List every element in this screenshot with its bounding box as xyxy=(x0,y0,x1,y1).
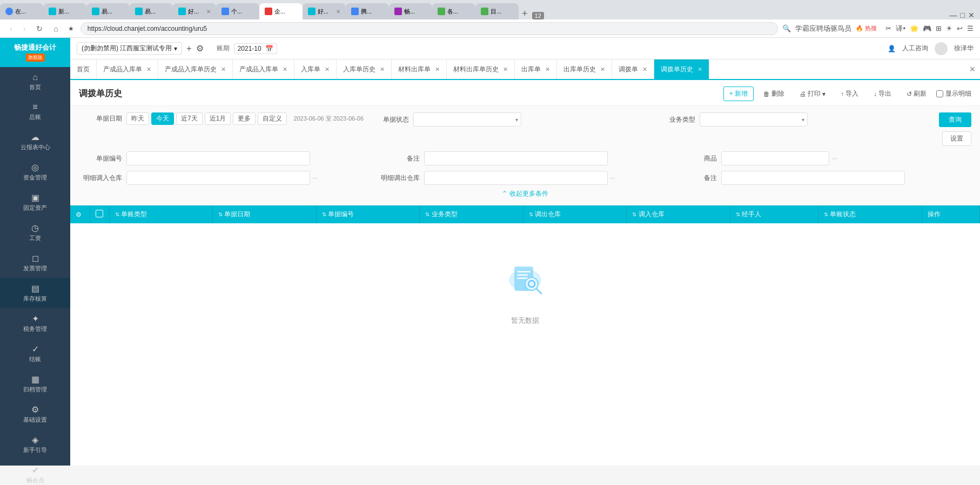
detail-out-more-icon[interactable]: ··· xyxy=(610,174,615,182)
browser-tab-3[interactable]: 易... xyxy=(86,3,130,19)
close-window-icon[interactable]: ✕ xyxy=(968,11,975,19)
page-tab-mat-out[interactable]: 材料出库单✕ xyxy=(392,59,447,79)
browser-tab-1[interactable]: 在... xyxy=(0,3,43,19)
status-select[interactable] xyxy=(413,112,521,127)
browser-tab-10[interactable]: 畅... xyxy=(389,3,432,19)
page-tab-out-order[interactable]: 出库单✕ xyxy=(515,59,557,79)
page-tab-in-order[interactable]: 入库单✕ xyxy=(294,59,337,79)
date-btn-custom[interactable]: 自定义 xyxy=(258,112,287,125)
page-tab-transfer[interactable]: 调拨单✕ xyxy=(612,59,654,79)
biztype-select-wrapper: ▾ xyxy=(700,112,808,127)
service-label[interactable]: 人工咨询 xyxy=(902,44,928,53)
new-button[interactable]: + 新增 xyxy=(723,87,754,101)
delete-button[interactable]: 🗑 删除 xyxy=(758,87,790,101)
page-tab-mat-out-hist[interactable]: 材料出库单历史✕ xyxy=(447,59,515,79)
back-button[interactable]: ‹ xyxy=(6,23,16,34)
address-input[interactable] xyxy=(80,22,778,35)
note-input[interactable] xyxy=(424,151,608,165)
sidebar-item-closing[interactable]: ✓ 结账 xyxy=(0,338,70,369)
th-number[interactable]: ⇅ 单据编号 xyxy=(316,205,420,223)
browser-tab-11[interactable]: 各... xyxy=(432,3,475,19)
th-handler[interactable]: ⇅ 经手人 xyxy=(730,205,818,223)
page-tab-transfer-hist[interactable]: 调拨单历史✕ xyxy=(654,59,709,79)
th-type[interactable]: ⇅ 单账类型 xyxy=(109,205,213,223)
sidebar-item-guide[interactable]: ◈ 新手引导 xyxy=(0,429,70,460)
date-btn-7days[interactable]: 近7天 xyxy=(176,112,203,125)
company-settings-icon[interactable]: ⚙ xyxy=(196,43,204,54)
sidebar-item-home[interactable]: ⌂ 首页 xyxy=(0,67,70,97)
th-settings[interactable]: ⚙ xyxy=(70,205,90,223)
filter-settings-button[interactable]: 设置 xyxy=(942,131,971,146)
sidebar-item-inventory[interactable]: ▤ 库存核算 xyxy=(0,278,70,308)
empty-text: 暂无数据 xyxy=(511,316,539,325)
page-tab-product-in[interactable]: 产成品入库单✕ xyxy=(97,59,158,79)
browser-tab-5[interactable]: 好... ✕ xyxy=(173,3,216,19)
page-tab-home[interactable]: 首页 xyxy=(70,59,97,79)
new-tab-button[interactable]: + xyxy=(519,8,531,19)
filter-goods-row: 商品 ··· xyxy=(674,151,971,165)
page-tab-product-in2[interactable]: 产成品入库单✕ xyxy=(233,59,294,79)
forward-button[interactable]: › xyxy=(20,23,29,34)
browser-tab-12[interactable]: 目... xyxy=(475,3,519,19)
date-btn-1month[interactable]: 近1月 xyxy=(205,112,231,125)
browser-tab-9[interactable]: 腾... xyxy=(346,3,389,19)
browser-tab-4[interactable]: 易... xyxy=(130,3,173,19)
page-tab-product-in-hist[interactable]: 产成品入库单历史✕ xyxy=(158,59,233,79)
th-biz-type[interactable]: ⇅ 业务类型 xyxy=(420,205,523,223)
close-page-icon[interactable]: ✕ xyxy=(969,65,976,74)
goods-input[interactable] xyxy=(721,151,829,165)
period-value[interactable]: 2021-10 📅 xyxy=(234,43,277,54)
browser-tab-7[interactable]: 企... xyxy=(259,3,303,19)
sidebar-item-archive[interactable]: ▦ 归档管理 xyxy=(0,369,70,399)
minimize-icon[interactable]: — xyxy=(950,11,957,19)
sidebar-item-report[interactable]: ☁ 云报表中心 xyxy=(0,127,70,157)
reload-button[interactable]: ↻ xyxy=(33,23,46,34)
add-company-button[interactable]: + xyxy=(186,44,191,54)
th-out-warehouse[interactable]: ⇅ 调出仓库 xyxy=(523,205,627,223)
filter-status-row: 单据状态 ▾ xyxy=(366,112,653,127)
date-btn-yesterday[interactable]: 昨天 xyxy=(126,112,149,125)
browser-tab-8[interactable]: 好... ✕ xyxy=(303,3,346,19)
sidebar-item-capital[interactable]: ◎ 资金管理 xyxy=(0,157,70,187)
sidebar-item-invoice[interactable]: ◻ 发票管理 xyxy=(0,248,70,278)
detail-in-more-icon[interactable]: ··· xyxy=(312,174,318,182)
sidebar-item-vip[interactable]: ✔ 畅会员 xyxy=(0,460,70,485)
refresh-button[interactable]: ↺ 刷新 xyxy=(901,87,932,101)
sidebar-item-asset[interactable]: ▣ 固定资产 xyxy=(0,187,70,217)
home-icon: ⌂ xyxy=(32,72,38,82)
note2-input[interactable] xyxy=(721,171,905,185)
home-button[interactable]: ⌂ xyxy=(50,23,61,34)
maximize-icon[interactable]: □ xyxy=(961,11,965,19)
import-button[interactable]: ↑ 导入 xyxy=(835,87,864,101)
th-checkbox[interactable] xyxy=(90,205,109,223)
th-date[interactable]: ⇅ 单据日期 xyxy=(213,205,317,223)
sidebar-item-ledger[interactable]: ≡ 总账 xyxy=(0,97,70,127)
detail-out-input[interactable] xyxy=(424,171,608,185)
page-tab-out-order-hist[interactable]: 出库单历史✕ xyxy=(557,59,612,79)
page-tab-in-order-hist[interactable]: 入库单历史✕ xyxy=(337,59,392,79)
company-selector[interactable]: (勿删勿禁用) 江西服宝测试专用 ▾ xyxy=(77,42,182,55)
date-btn-more[interactable]: 更多 xyxy=(233,112,256,125)
print-button[interactable]: 🖨 打印 ▾ xyxy=(794,87,831,101)
sidebar-item-salary[interactable]: ◷ 工资 xyxy=(0,217,70,248)
date-btn-today[interactable]: 今天 xyxy=(151,112,174,125)
browser-tab-6[interactable]: 个... xyxy=(216,3,259,19)
browser-tab-2[interactable]: 新... xyxy=(43,3,86,19)
th-in-warehouse[interactable]: ⇅ 调入仓库 xyxy=(627,205,730,223)
header-checkbox[interactable] xyxy=(96,210,103,217)
biztype-select[interactable] xyxy=(700,112,808,127)
collapse-button[interactable]: ⌃ 收起更多条件 xyxy=(502,189,548,198)
sidebar-item-settings[interactable]: ⚙ 基础设置 xyxy=(0,399,70,429)
sort-icon: ⇅ xyxy=(824,211,828,217)
docnum-input[interactable] xyxy=(126,151,310,165)
service-icon: 👤 xyxy=(888,45,896,52)
refresh-icon: ↺ xyxy=(907,90,912,98)
query-button[interactable]: 查询 xyxy=(939,112,971,127)
detail-in-input[interactable] xyxy=(126,171,310,185)
sidebar-item-tax[interactable]: ✦ 税务管理 xyxy=(0,308,70,338)
filter-area: 单据日期 昨天 今天 近7天 近1月 更多 自定义 2023-06-06 至 2… xyxy=(70,106,980,205)
export-button[interactable]: ↓ 导出 xyxy=(868,87,897,101)
display-checkbox[interactable] xyxy=(936,90,943,97)
goods-more-icon[interactable]: ··· xyxy=(831,155,837,162)
th-status[interactable]: ⇅ 单账状态 xyxy=(818,205,922,223)
